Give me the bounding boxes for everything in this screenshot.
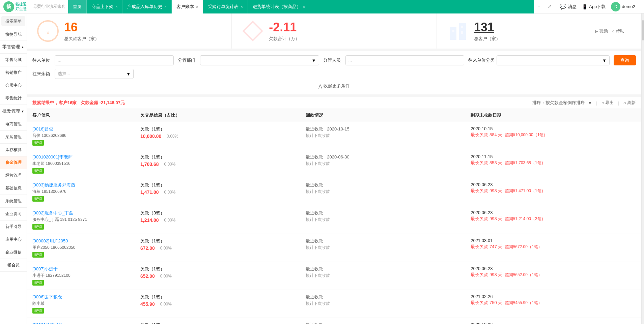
sidebar-item-basic-info[interactable]: 基础信息 <box>0 182 27 195</box>
sidebar-item-wechat[interactable]: 企业微信 <box>0 246 27 259</box>
overdue-link-4[interactable]: 超期¥672.00（1笔） <box>505 244 542 249</box>
brand-name: 畅捷通好生意 <box>16 2 29 11</box>
help-btn[interactable]: ○ 帮助 <box>612 28 624 34</box>
sidebar-item-member2[interactable]: 畅会员 <box>0 259 27 272</box>
tab-home[interactable]: 首页 <box>68 0 87 13</box>
sidebar-item-purchase[interactable]: 采购管理 <box>0 131 27 144</box>
user-menu[interactable]: D demo2 <box>611 2 635 11</box>
app-download-btn[interactable]: 📱 App下载 <box>582 4 606 10</box>
sort-select[interactable]: 排序：按欠款金额倒序排序 ▼ <box>532 100 592 106</box>
debt-amount-0[interactable]: 10,000.00 <box>140 134 161 139</box>
unit-class-select[interactable]: ▼ <box>497 55 610 65</box>
tab-product-history[interactable]: 产成品入库单历史 × <box>122 0 171 13</box>
message-btn[interactable]: 💬 消息 <box>560 3 577 10</box>
debt-amount-2[interactable]: 1,471.00 <box>140 189 159 195</box>
sidebar-item-newbie[interactable]: 新手引导 <box>0 220 27 233</box>
sidebar-item-wholesale-mgmt[interactable]: 批发管理 ▼ <box>0 105 27 118</box>
dept-select[interactable]: ▼ <box>200 55 319 65</box>
tab-purchase-product[interactable]: 进货单统计表（按商品） × <box>248 0 310 13</box>
tab-actions: － ⤢ <box>534 2 554 11</box>
person-input[interactable]: ... <box>345 55 465 65</box>
dept-label: 分管部门 <box>178 57 198 63</box>
refresh-btn[interactable]: ○ 刷新 <box>623 100 636 106</box>
debt-amount-6[interactable]: 455.90 <box>140 301 155 307</box>
customer-info-5: [0007]小进干 小进干 18279152100 现销 <box>32 266 140 286</box>
sidebar-item-capital[interactable]: 资金管理 <box>0 156 27 169</box>
customer-name-5[interactable]: [0007]小进干 <box>32 266 140 272</box>
close-icon[interactable]: × <box>196 5 198 9</box>
debt-label-2: 欠款（1笔） <box>140 182 165 187</box>
debt-label-5: 欠款（1笔） <box>140 266 165 271</box>
overdue-link-3[interactable]: 超期¥1,214.00（3笔） <box>505 216 545 221</box>
debt-amount-1[interactable]: 1,703.68 <box>140 161 159 167</box>
sidebar-item-operations[interactable]: 经营管理 <box>0 169 27 182</box>
customer-name-0[interactable]: [0016]吕俊 <box>32 126 140 132</box>
scrollbar-thumb[interactable] <box>642 20 644 40</box>
close-icon[interactable]: × <box>241 5 243 9</box>
export-btn[interactable]: ○ 导出 <box>601 100 614 106</box>
minimize-icon[interactable]: － <box>534 2 544 11</box>
table-row: [0007]小进干 小进干 18279152100 现销 欠款（1笔） 652.… <box>27 262 641 290</box>
sidebar-item-inventory[interactable]: 库存核算 <box>0 144 27 156</box>
customer-name-1[interactable]: [0001020001]李老师 <box>32 154 140 160</box>
due-date-2: 2020.06.23 最长欠款 998 天 超期¥1,471.00（1笔） <box>471 182 636 194</box>
svg-rect-3 <box>450 27 456 40</box>
yuan-icon: ¥ <box>37 20 59 42</box>
sidebar-item-retail-mall[interactable]: 零售商城 <box>0 54 27 66</box>
due-date-3: 2020.06.23 最长欠款 998 天 超期¥1,214.00（3笔） <box>471 210 636 222</box>
tab-customer-account[interactable]: 客户账本 × <box>172 0 203 13</box>
debt-info-4: 欠款（1笔） 672.00 0.00% <box>140 238 306 251</box>
debt-label-0: 欠款（1笔） <box>140 126 165 132</box>
sidebar-item-ecommerce[interactable]: 电商管理 <box>0 118 27 131</box>
scrollbar[interactable] <box>641 13 644 324</box>
overdue-link-2[interactable]: 超期¥1,471.00（1笔） <box>505 188 545 193</box>
close-icon[interactable]: × <box>303 5 305 9</box>
close-icon[interactable]: × <box>164 5 166 9</box>
balance-select[interactable]: 选择... ▼ <box>55 69 134 79</box>
sidebar-item-app-center[interactable]: 应用中心 <box>0 233 27 246</box>
sidebar-item-quick-nav[interactable]: 快捷导航 <box>0 29 27 40</box>
sidebar-item-enterprise[interactable]: 企业协同 <box>0 208 27 220</box>
search-button[interactable]: 查询 <box>614 55 636 65</box>
video-btn[interactable]: ▶ 视频 <box>595 28 608 34</box>
customer-name-4[interactable]: [000002]用户2050 <box>32 238 140 244</box>
due-date-1: 2020.11.15 最长欠款 853 天 超期¥1,703.68（1笔） <box>471 154 636 166</box>
source-unit-input[interactable]: ... <box>55 55 174 65</box>
customer-name-2[interactable]: [0003]畅捷服务尹海蒸 <box>32 182 140 188</box>
customer-tag-3: 现销 <box>32 224 44 230</box>
overdue-link-5[interactable]: 超期¥652.00（1笔） <box>505 272 542 277</box>
maximize-icon[interactable]: ⤢ <box>545 3 554 10</box>
overdue-link-0[interactable]: 超期¥10,000.00（1笔） <box>505 132 548 137</box>
sidebar-item-system[interactable]: 系统管理 <box>0 195 27 208</box>
chevron-down-icon: ▼ <box>312 58 316 63</box>
chevron-up-icon: ⋀ <box>318 84 322 89</box>
debt-amount-5[interactable]: 652.00 <box>140 273 155 279</box>
customer-name-3[interactable]: [0002]服务中心_丁磊 <box>32 210 140 216</box>
debt-amount-4[interactable]: 672.00 <box>140 245 155 251</box>
customer-tag-1: 现销 <box>32 168 44 174</box>
svg-rect-7 <box>461 31 463 34</box>
customer-phone-1: 李老师 18600391516 <box>32 161 140 167</box>
filter-unit-class: 往来单位分类 ▼ <box>468 55 610 65</box>
logo-area: 畅 畅捷通好生意 <box>3 1 30 12</box>
sidebar-item-retail-stats[interactable]: 零售统计 <box>0 92 27 105</box>
debt-amount-3[interactable]: 1,214.00 <box>140 217 159 223</box>
overdue-link-6[interactable]: 超期¥455.90（1笔） <box>505 300 542 305</box>
results-info: 搜索结果中，客户16家 欠款金额 -21,148.07元 <box>32 100 125 106</box>
customer-name-6[interactable]: [0006]去下粮仓 <box>32 294 140 300</box>
chevron-icon: ▼ <box>21 110 24 113</box>
close-icon[interactable]: × <box>115 5 117 9</box>
sidebar-item-retail-mgmt[interactable]: 零售管理 ▲ <box>0 40 27 54</box>
tab-product-updown[interactable]: 商品上下架 × <box>87 0 122 13</box>
sidebar-item-marketing[interactable]: 营销推广 <box>0 66 27 79</box>
customer-name-7[interactable]: [000001]黄思源 <box>32 322 140 324</box>
overdue-link-1[interactable]: 超期¥1,703.68（1笔） <box>505 160 545 165</box>
tab-purchase-summary[interactable]: 采购订单统计表 × <box>203 0 248 13</box>
search-menu-btn[interactable]: 搜索菜单 <box>1 16 25 26</box>
top-tabs: 首页 商品上下架 × 产成品入库单历史 × 客户账本 × 采购订单统计表 × 进… <box>68 0 534 13</box>
payment-info-3: 最近收款 预计下次收款 <box>306 210 471 223</box>
collapse-button[interactable]: ⋀ 收起更多条件 <box>32 82 636 90</box>
sidebar-item-member[interactable]: 会员中心 <box>0 79 27 92</box>
table-row: [0006]去下粮仓 陈小希 现销 欠款（1笔） 455.90 0.00% 最近… <box>27 290 641 318</box>
customer-tag-5: 现销 <box>32 280 44 286</box>
